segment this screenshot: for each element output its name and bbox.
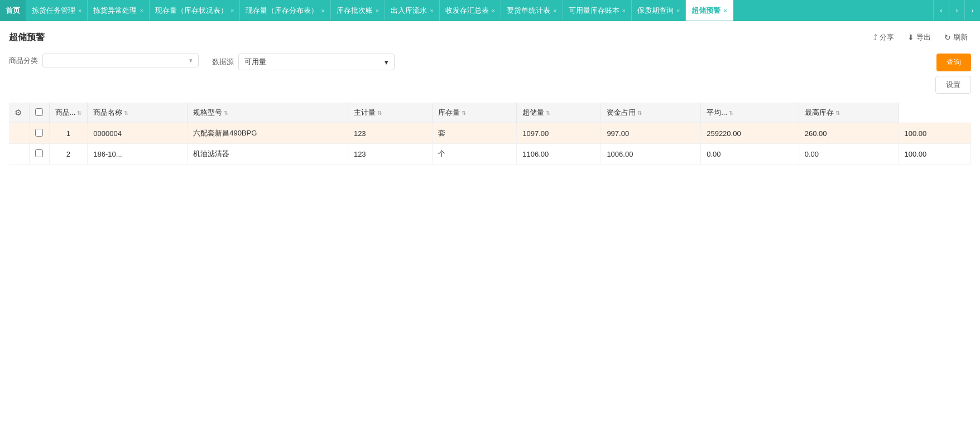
- row-checkbox-cell-0[interactable]: [29, 123, 49, 144]
- col-spec[interactable]: 规格型号⇅: [188, 103, 348, 123]
- sort-unit-icon: ⇅: [377, 110, 382, 116]
- close-tab-expiry[interactable]: ×: [676, 7, 680, 14]
- datasource-select[interactable]: 可用量 ▾: [238, 54, 395, 70]
- category-chevron-icon: ▾: [189, 57, 193, 64]
- row-overstock-1: 1006.00: [601, 144, 701, 164]
- nav-item-stock-status[interactable]: 现存量（库存状况表） ×: [150, 0, 240, 21]
- col-product-code[interactable]: 商品...⇅: [49, 103, 88, 123]
- close-tab-batch[interactable]: ×: [376, 7, 379, 14]
- row-product-code-0: 0000004: [88, 123, 188, 144]
- refresh-icon: ↻: [944, 33, 951, 42]
- table-row: 1 0000004 六配套新昌490BPG 123 套 1097.00 997.…: [9, 123, 971, 144]
- close-tab-available[interactable]: ×: [622, 7, 626, 14]
- table-header-row: ⚙ 商品...⇅ 商品名称⇅ 规格型号⇅ 主计量⇅ 库存量⇅: [9, 103, 971, 123]
- category-filter: 商品分类 ▾: [9, 54, 199, 67]
- nav-item-home[interactable]: 首页: [0, 0, 26, 21]
- category-select[interactable]: ▾: [42, 54, 199, 67]
- row-stock-0: 1097.00: [517, 123, 601, 144]
- page-content: 超储预警 ⤴ 分享 ⬇ 导出 ↻ 刷新 商品分类 ▾ 数据源: [0, 21, 980, 446]
- row-spec-0: 123: [348, 123, 432, 144]
- nav-item-stock-dist[interactable]: 现存量（库存分布表） ×: [240, 0, 330, 21]
- nav-prev-arrow[interactable]: ‹: [933, 0, 949, 21]
- nav-more-arrow[interactable]: ›: [964, 0, 980, 21]
- close-tab-inout[interactable]: ×: [430, 7, 433, 14]
- sort-product-code-icon: ⇅: [77, 110, 81, 116]
- nav-item-available[interactable]: 可用量库存账本 ×: [563, 0, 632, 21]
- nav-item-expiry[interactable]: 保质期查询 ×: [632, 0, 686, 21]
- query-button[interactable]: 查询: [936, 54, 971, 71]
- share-icon: ⤴: [873, 33, 877, 42]
- nav-bar: 首页 拣货任务管理 × 拣货异常处理 × 现存量（库存状况表） × 现存量（库存…: [0, 0, 980, 21]
- row-settings-0: [9, 123, 29, 144]
- col-max-stock[interactable]: 最高库存⇅: [799, 103, 899, 123]
- sort-stock-icon: ⇅: [462, 110, 466, 116]
- col-capital[interactable]: 资金占用⇅: [601, 103, 701, 123]
- row-max-stock-1: 100.00: [899, 144, 971, 164]
- datasource-filter: 数据源 可用量 ▾: [212, 54, 395, 70]
- nav-item-order-stats[interactable]: 要货单统计表 ×: [501, 0, 563, 21]
- export-icon: ⬇: [907, 33, 914, 42]
- col-stock[interactable]: 库存量⇅: [433, 103, 517, 123]
- row-spec-1: 123: [348, 144, 432, 164]
- close-tab-task-mgmt[interactable]: ×: [78, 7, 81, 14]
- row-index-1: 2: [49, 144, 88, 164]
- row-index-0: 1: [49, 123, 88, 144]
- row-product-code-1: 186-10...: [88, 144, 188, 164]
- close-tab-summary[interactable]: ×: [492, 7, 495, 14]
- close-tab-order-stats[interactable]: ×: [553, 7, 556, 14]
- sort-max-stock-icon: ⇅: [835, 110, 840, 116]
- sort-avg-icon: ⇅: [729, 110, 733, 116]
- row-stock-1: 1106.00: [517, 144, 601, 164]
- data-table: ⚙ 商品...⇅ 商品名称⇅ 规格型号⇅ 主计量⇅ 库存量⇅: [9, 103, 971, 164]
- filter-buttons: 查询 设置: [935, 54, 971, 94]
- close-tab-stock-status[interactable]: ×: [230, 7, 234, 14]
- row-capital-0: 259220.00: [701, 123, 799, 144]
- sort-spec-icon: ⇅: [224, 110, 228, 116]
- col-settings[interactable]: ⚙: [9, 103, 29, 123]
- export-button[interactable]: ⬇ 导出: [904, 30, 934, 45]
- nav-item-inout[interactable]: 出入库流水 ×: [385, 0, 439, 21]
- sort-overstock-icon: ⇅: [546, 110, 550, 116]
- row-checkbox-0[interactable]: [35, 129, 43, 137]
- col-overstock[interactable]: 超储量⇅: [517, 103, 601, 123]
- row-overstock-0: 997.00: [601, 123, 701, 144]
- table-row: 2 186-10... 机油滤清器 123 个 1106.00 1006.00 …: [9, 144, 971, 164]
- row-settings-1: [9, 144, 29, 164]
- share-button[interactable]: ⤴ 分享: [870, 30, 897, 45]
- row-capital-1: 0.00: [701, 144, 799, 164]
- row-max-stock-0: 100.00: [899, 123, 971, 144]
- close-tab-overstock[interactable]: ×: [723, 7, 727, 14]
- col-avg[interactable]: 平均...⇅: [701, 103, 799, 123]
- page-actions: ⤴ 分享 ⬇ 导出 ↻ 刷新: [870, 30, 971, 45]
- row-checkbox-1[interactable]: [35, 149, 43, 157]
- nav-arrows: ‹ › ›: [933, 0, 980, 21]
- col-unit[interactable]: 主计量⇅: [348, 103, 432, 123]
- category-label: 商品分类: [9, 56, 38, 66]
- nav-item-overstock[interactable]: 超储预警 ×: [686, 0, 733, 21]
- row-unit-0: 套: [433, 123, 517, 144]
- row-avg-0: 260.00: [799, 123, 899, 144]
- close-tab-stock-dist[interactable]: ×: [321, 7, 324, 14]
- col-product-name[interactable]: 商品名称⇅: [88, 103, 188, 123]
- nav-next-arrow[interactable]: ›: [949, 0, 964, 21]
- row-unit-1: 个: [433, 144, 517, 164]
- refresh-button[interactable]: ↻ 刷新: [941, 30, 971, 45]
- nav-item-task-mgmt[interactable]: 拣货任务管理 ×: [26, 0, 88, 21]
- row-product-name-0: 六配套新昌490BPG: [188, 123, 348, 144]
- row-checkbox-cell-1[interactable]: [29, 144, 49, 164]
- settings-gear-icon[interactable]: ⚙: [15, 108, 22, 117]
- row-product-name-1: 机油滤清器: [188, 144, 348, 164]
- datasource-label: 数据源: [212, 57, 234, 67]
- nav-item-batch[interactable]: 库存批次账 ×: [331, 0, 385, 21]
- nav-item-summary[interactable]: 收发存汇总表 ×: [440, 0, 501, 21]
- select-all-checkbox[interactable]: [35, 108, 43, 116]
- nav-item-abnormal[interactable]: 拣货异常处理 ×: [88, 0, 149, 21]
- page-header: 超储预警 ⤴ 分享 ⬇ 导出 ↻ 刷新: [9, 30, 971, 45]
- datasource-select-value: 可用量: [244, 57, 266, 67]
- sort-product-name-icon: ⇅: [124, 110, 128, 116]
- close-tab-abnormal[interactable]: ×: [140, 7, 143, 14]
- page-title: 超储预警: [9, 32, 45, 43]
- settings-button[interactable]: 设置: [935, 76, 971, 94]
- col-checkbox: [29, 103, 49, 123]
- row-avg-1: 0.00: [799, 144, 899, 164]
